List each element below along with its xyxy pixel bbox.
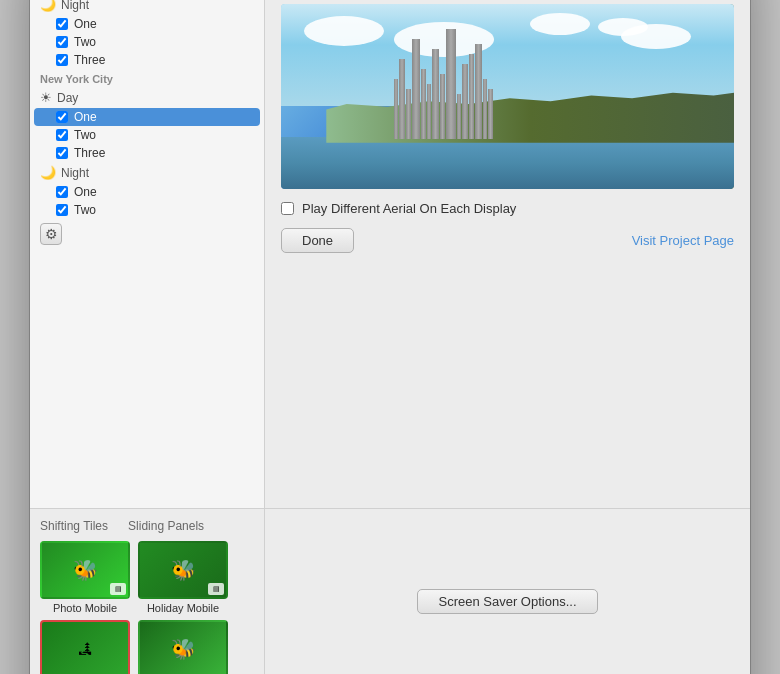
night1-two-checkbox[interactable] (56, 36, 68, 48)
day-two-checkbox[interactable] (56, 129, 68, 141)
moon-icon-2: 🌙 (40, 165, 56, 180)
gear-icon: ⚙ (45, 226, 58, 242)
thumb-item-3[interactable]: 🏞 (40, 620, 130, 674)
day-three-label: Three (74, 146, 105, 160)
night-group-1-header: 🌙 Night (30, 0, 264, 15)
night2-one-item[interactable]: One (30, 183, 264, 201)
saver-categories: Shifting Tiles Sliding Panels (40, 519, 254, 533)
sliding-panels-tab[interactable]: Sliding Panels (128, 519, 204, 533)
night1-three-checkbox[interactable] (56, 54, 68, 66)
thumb-row-2: 🏞 🐝 (40, 620, 254, 674)
shifting-tiles-tab[interactable]: Shifting Tiles (40, 519, 108, 533)
aerial-checkbox-row: Play Different Aerial On Each Display (281, 201, 734, 216)
day-two-label: Two (74, 128, 96, 142)
day-one-label: One (74, 110, 97, 124)
day-three-checkbox[interactable] (56, 147, 68, 159)
night1-one-item[interactable]: One (30, 15, 264, 33)
night2-one-checkbox[interactable] (56, 186, 68, 198)
screensaver-left: Shifting Tiles Sliding Panels 🐝 ▤ Photo … (30, 509, 265, 674)
night1-one-label: One (74, 17, 97, 31)
clouds (281, 13, 734, 69)
night1-three-label: Three (74, 53, 105, 67)
holiday-mobile-label: Holiday Mobile (138, 602, 228, 614)
aerial-checkbox-label: Play Different Aerial On Each Display (302, 201, 516, 216)
night2-two-label: Two (74, 203, 96, 217)
day-one-item[interactable]: One (34, 108, 260, 126)
aerial-checkbox[interactable] (281, 202, 294, 215)
night2-one-label: One (74, 185, 97, 199)
moon-icon-1: 🌙 (40, 0, 56, 12)
visit-project-link[interactable]: Visit Project Page (632, 233, 734, 248)
night1-one-checkbox[interactable] (56, 18, 68, 30)
main-window: ‹ › Desktop & Screen Saver 🔍 🌙 (30, 0, 750, 674)
buildings (394, 74, 711, 139)
water (281, 137, 734, 189)
screensaver-content: Shifting Tiles Sliding Panels 🐝 ▤ Photo … (30, 509, 750, 674)
day-two-item[interactable]: Two (30, 126, 264, 144)
bottom-section: Shifting Tiles Sliding Panels 🐝 ▤ Photo … (30, 508, 750, 674)
day-three-item[interactable]: Three (30, 144, 264, 162)
night2-two-checkbox[interactable] (56, 204, 68, 216)
holiday-mobile-thumb: 🐝 ▤ (138, 541, 228, 599)
city-skyline (281, 4, 734, 189)
thumb-row-1: 🐝 ▤ Photo Mobile 🐝 ▤ Holiday Mobile (40, 541, 254, 614)
screensaver-right: Screen Saver Options... (265, 509, 750, 674)
night1-two-label: Two (74, 35, 96, 49)
photo-mobile-item[interactable]: 🐝 ▤ Photo Mobile (40, 541, 130, 614)
holiday-mobile-item[interactable]: 🐝 ▤ Holiday Mobile (138, 541, 228, 614)
day-group-label: Day (57, 91, 78, 105)
thumb-3: 🏞 (40, 620, 130, 674)
night-group-2-label: Night (61, 166, 89, 180)
photo-mobile-label: Photo Mobile (40, 602, 130, 614)
photo-mobile-thumb: 🐝 ▤ (40, 541, 130, 599)
screen-saver-options-button[interactable]: Screen Saver Options... (417, 589, 597, 614)
day-group-header: ☀ Day (30, 87, 264, 108)
done-button[interactable]: Done (281, 228, 354, 253)
content-area: 🌙 Night One Two Three New York City (30, 0, 750, 508)
sidebar: 🌙 Night One Two Three New York City (30, 0, 265, 508)
night-group-1-label: Night (61, 0, 89, 12)
sun-icon: ☀ (40, 90, 52, 105)
sidebar-scroll: 🌙 Night One Two Three New York City (30, 0, 264, 257)
thumb-overlay-2: ▤ (208, 583, 224, 595)
night1-three-item[interactable]: Three (30, 51, 264, 69)
button-row: Done Visit Project Page (281, 228, 734, 253)
preview-image (281, 4, 734, 189)
thumb-overlay-1: ▤ (110, 583, 126, 595)
night2-two-item[interactable]: Two (30, 201, 264, 219)
thumb-item-4[interactable]: 🐝 (138, 620, 228, 674)
thumbnails-grid: 🐝 ▤ Photo Mobile 🐝 ▤ Holiday Mobile (40, 541, 254, 674)
night1-two-item[interactable]: Two (30, 33, 264, 51)
day-one-checkbox[interactable] (56, 111, 68, 123)
thumb-4: 🐝 (138, 620, 228, 674)
nyc-label: New York City (30, 69, 264, 87)
gear-button[interactable]: ⚙ (40, 223, 62, 245)
main-panel: Play Different Aerial On Each Display Do… (265, 0, 750, 508)
night-group-2-header: 🌙 Night (30, 162, 264, 183)
